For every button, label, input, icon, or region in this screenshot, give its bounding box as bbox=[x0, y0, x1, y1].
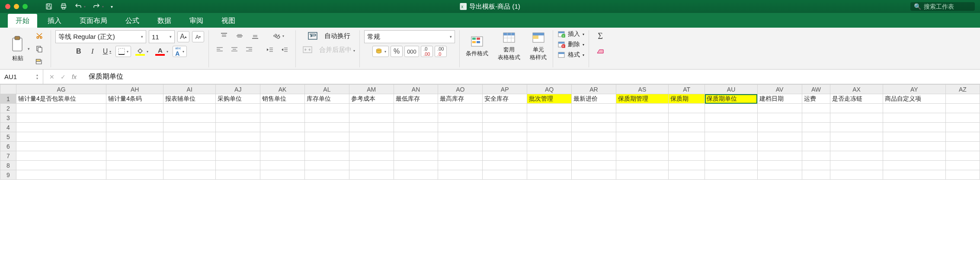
print-icon[interactable] bbox=[60, 3, 67, 10]
cell[interactable] bbox=[16, 151, 106, 161]
cell[interactable] bbox=[802, 113, 830, 123]
cell[interactable] bbox=[669, 132, 705, 142]
cell[interactable]: 安全库存 bbox=[483, 94, 527, 104]
cell[interactable] bbox=[883, 104, 945, 113]
cell[interactable] bbox=[438, 104, 483, 113]
align-center-button[interactable] bbox=[228, 44, 241, 55]
cell[interactable] bbox=[106, 170, 163, 180]
cell[interactable] bbox=[571, 123, 616, 132]
cell[interactable] bbox=[757, 113, 802, 123]
cell[interactable] bbox=[945, 94, 980, 104]
cell[interactable] bbox=[883, 113, 945, 123]
cell[interactable] bbox=[802, 151, 830, 161]
cell[interactable] bbox=[945, 104, 980, 113]
cell[interactable] bbox=[883, 132, 945, 142]
align-top-button[interactable] bbox=[218, 30, 231, 41]
cell[interactable] bbox=[216, 123, 260, 132]
increase-decimal-button[interactable]: .0.00 bbox=[421, 46, 433, 57]
cell[interactable]: 采购单位 bbox=[216, 94, 260, 104]
cell[interactable] bbox=[349, 170, 394, 180]
cell[interactable] bbox=[106, 113, 163, 123]
cell[interactable] bbox=[349, 104, 394, 113]
cell[interactable] bbox=[705, 104, 757, 113]
cell[interactable] bbox=[260, 104, 305, 113]
cell[interactable]: 批次管理 bbox=[527, 94, 572, 104]
cell[interactable] bbox=[260, 113, 305, 123]
cell[interactable] bbox=[571, 161, 616, 170]
cell[interactable] bbox=[216, 132, 260, 142]
format-painter-button[interactable] bbox=[32, 56, 46, 67]
cell[interactable] bbox=[216, 161, 260, 170]
enter-formula-icon[interactable]: ✓ bbox=[61, 73, 66, 80]
percent-format-button[interactable]: % bbox=[391, 46, 403, 57]
cell[interactable] bbox=[163, 151, 216, 161]
formula-input[interactable] bbox=[87, 72, 980, 82]
cell[interactable] bbox=[616, 123, 668, 132]
cell[interactable] bbox=[705, 142, 757, 151]
cell[interactable] bbox=[483, 113, 527, 123]
cell[interactable] bbox=[571, 170, 616, 180]
tab-data[interactable]: 数据 bbox=[150, 14, 179, 28]
cell[interactable] bbox=[705, 113, 757, 123]
cell[interactable]: 建档日期 bbox=[757, 94, 802, 104]
cell[interactable] bbox=[527, 123, 572, 132]
cell[interactable] bbox=[616, 170, 668, 180]
insert-cells-button[interactable]: +插入▾ bbox=[557, 30, 584, 38]
cell[interactable] bbox=[106, 142, 163, 151]
cell[interactable]: 是否走冻链 bbox=[830, 94, 883, 104]
decrease-decimal-button[interactable]: .00.0 bbox=[435, 46, 447, 57]
close-window-button[interactable] bbox=[5, 4, 10, 9]
cell[interactable] bbox=[945, 113, 980, 123]
cell[interactable] bbox=[438, 142, 483, 151]
format-cells-button[interactable]: 格式▾ bbox=[557, 51, 584, 59]
cell[interactable]: 保质期 bbox=[669, 94, 705, 104]
cell[interactable] bbox=[163, 113, 216, 123]
col-header[interactable]: AQ bbox=[527, 85, 572, 94]
number-format-select[interactable]: 常规▾ bbox=[364, 30, 455, 43]
cell[interactable] bbox=[883, 170, 945, 180]
wrap-text-icon[interactable] bbox=[305, 30, 320, 41]
phonetic-button[interactable]: abcA bbox=[173, 46, 187, 57]
col-header[interactable]: AV bbox=[757, 85, 802, 94]
align-middle-button[interactable] bbox=[233, 30, 246, 41]
cell[interactable] bbox=[571, 104, 616, 113]
cell[interactable] bbox=[757, 161, 802, 170]
cell[interactable] bbox=[527, 161, 572, 170]
cell[interactable] bbox=[216, 151, 260, 161]
cell[interactable]: 保质期单位 bbox=[705, 94, 757, 104]
cell[interactable] bbox=[483, 142, 527, 151]
align-bottom-button[interactable] bbox=[249, 30, 262, 41]
underline-button[interactable]: U bbox=[100, 46, 114, 57]
cell[interactable]: 销售单位 bbox=[260, 94, 305, 104]
cell[interactable] bbox=[705, 161, 757, 170]
tab-formulas[interactable]: 公式 bbox=[118, 14, 147, 28]
cell[interactable]: 最新进价 bbox=[571, 94, 616, 104]
minimize-window-button[interactable] bbox=[14, 4, 19, 9]
qat-customize-icon[interactable]: ▾ bbox=[111, 4, 113, 9]
cell[interactable] bbox=[438, 151, 483, 161]
cell[interactable] bbox=[304, 170, 349, 180]
decrease-indent-button[interactable] bbox=[263, 44, 276, 55]
cell[interactable] bbox=[394, 113, 438, 123]
cell[interactable] bbox=[349, 132, 394, 142]
cell[interactable] bbox=[830, 142, 883, 151]
cell[interactable] bbox=[394, 132, 438, 142]
row-header[interactable]: 1 bbox=[0, 94, 16, 104]
cell[interactable] bbox=[163, 170, 216, 180]
cell[interactable] bbox=[757, 123, 802, 132]
cell[interactable] bbox=[438, 113, 483, 123]
autosum-button[interactable]: Σ bbox=[593, 30, 607, 41]
cell[interactable] bbox=[16, 113, 106, 123]
cell[interactable] bbox=[757, 132, 802, 142]
cell[interactable] bbox=[483, 170, 527, 180]
cell[interactable] bbox=[304, 132, 349, 142]
cell[interactable] bbox=[616, 132, 668, 142]
cell[interactable] bbox=[802, 132, 830, 142]
cell[interactable] bbox=[304, 142, 349, 151]
cell[interactable] bbox=[669, 123, 705, 132]
col-header[interactable]: AK bbox=[260, 85, 305, 94]
cell[interactable] bbox=[163, 132, 216, 142]
cell[interactable] bbox=[571, 142, 616, 151]
cell[interactable] bbox=[945, 123, 980, 132]
col-header[interactable]: AZ bbox=[945, 85, 980, 94]
